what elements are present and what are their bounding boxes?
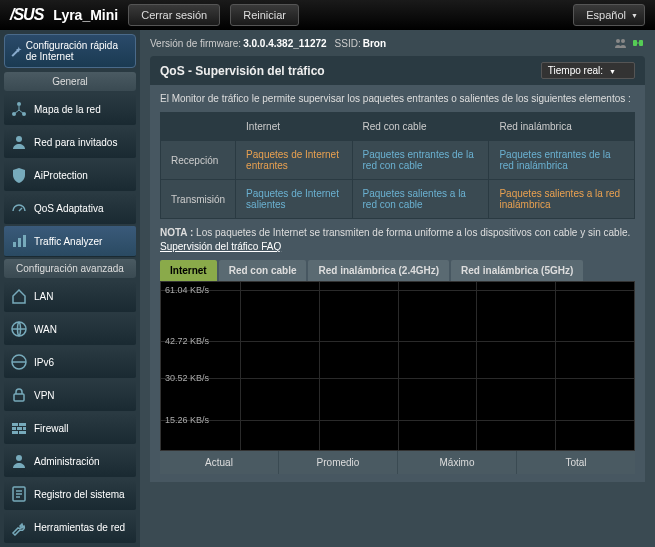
y-tick: 61.04 KB/s [165,285,209,295]
sidebar-item-nettools[interactable]: Herramientas de red [4,512,136,543]
chart-grid: 61.04 KB/s 42.72 KB/s 30.52 KB/s 15.26 K… [161,282,634,450]
stat-max: Máximo [398,451,517,474]
col-wired: Red con cable [352,113,489,141]
sidebar-item-firewall[interactable]: Firewall [4,413,136,444]
chart-icon [10,232,28,250]
quick-setup-button[interactable]: Configuración rápida de Internet [4,34,136,68]
sidebar-item-label: Red para invitados [34,137,117,148]
y-tick: 30.52 KB/s [165,373,209,383]
note-text: NOTA : Los paquetes de Internet se trans… [160,227,635,238]
sidebar-item-label: AiProtection [34,170,88,181]
col-wireless: Red inalámbrica [489,113,635,141]
brand-logo: /SUS [10,6,43,24]
link-wireless-in[interactable]: Paquetes entrantes de la red inalámbrica [499,149,610,171]
sidebar-item-vpn[interactable]: VPN [4,380,136,411]
sidebar-item-label: Firewall [34,423,68,434]
link-wired-out[interactable]: Paquetes salientes a la red con cable [363,188,466,210]
stat-total: Total [517,451,635,474]
svg-rect-6 [23,235,26,247]
sidebar-item-label: IPv6 [34,357,54,368]
reboot-button[interactable]: Reiniciar [230,4,299,26]
svg-rect-11 [19,423,26,426]
qos-panel: QoS - Supervisión del tráfico Tiempo rea… [150,56,645,482]
sidebar-item-admin[interactable]: Administración [4,446,136,477]
link-status-icon[interactable] [631,36,645,50]
svg-rect-21 [633,40,637,46]
traffic-table: Internet Red con cable Red inalámbrica R… [160,112,635,219]
language-select[interactable]: Español [573,4,645,26]
sidebar-item-qos[interactable]: QoS Adaptativa [4,193,136,224]
ipv6-icon [10,353,28,371]
svg-point-19 [616,39,620,43]
sidebar-item-ipv6[interactable]: IPv6 [4,347,136,378]
link-wireless-out[interactable]: Paquetes salientes a la red inalámbrica [499,188,620,210]
sidebar-item-label: VPN [34,390,55,401]
svg-point-17 [16,455,22,461]
guest-icon [10,133,28,151]
svg-rect-12 [12,427,16,430]
shield-icon [10,166,28,184]
quick-setup-label: Configuración rápida de Internet [26,40,130,62]
sidebar-item-network-map[interactable]: Mapa de la red [4,94,136,125]
link-wired-in[interactable]: Paquetes entrantes de la red con cable [363,149,474,171]
stat-average: Promedio [279,451,398,474]
sidebar-item-aiprotection[interactable]: AiProtection [4,160,136,191]
svg-rect-9 [14,394,24,401]
realtime-select[interactable]: Tiempo real: [541,62,635,79]
table-row: Recepción Paquetes de Internet entrantes… [161,141,635,180]
tab-wireless-5[interactable]: Red inalámbrica (5GHz) [451,260,583,281]
svg-rect-10 [12,423,18,426]
svg-rect-5 [18,238,21,247]
y-tick: 42.72 KB/s [165,336,209,346]
globe-icon [10,320,28,338]
main-content: Versión de firmware: 3.0.0.4.382_11272 S… [140,30,655,547]
note-body: Los paquetes de Internet se transmiten d… [196,227,630,238]
sidebar-item-label: Mapa de la red [34,104,101,115]
sidebar-item-label: WAN [34,324,57,335]
sidebar-item-wan[interactable]: WAN [4,314,136,345]
logout-button[interactable]: Cerrar sesión [128,4,220,26]
users-status-icon[interactable] [613,36,627,50]
sidebar-item-label: Administración [34,456,100,467]
firmware-info: Versión de firmware: 3.0.0.4.382_11272 S… [150,36,645,50]
svg-point-3 [16,136,22,142]
link-internet-in[interactable]: Paquetes de Internet entrantes [246,149,339,171]
svg-rect-14 [23,427,26,430]
wand-icon [10,43,22,59]
tab-wireless-24[interactable]: Red inalámbrica (2.4GHz) [308,260,449,281]
panel-title: QoS - Supervisión del tráfico [160,64,325,78]
firewall-icon [10,419,28,437]
sidebar-item-guest-network[interactable]: Red para invitados [4,127,136,158]
sidebar: Configuración rápida de Internet General… [0,30,140,547]
svg-rect-22 [639,40,643,46]
panel-description: El Monitor de tráfico le permite supervi… [160,93,635,104]
faq-link[interactable]: Supervisión del tráfico FAQ [160,241,281,252]
sidebar-item-traffic-analyzer[interactable]: Traffic Analyzer [4,226,136,257]
sidebar-item-label: QoS Adaptativa [34,203,104,214]
sidebar-item-label: Registro del sistema [34,489,125,500]
lock-icon [10,386,28,404]
header-bar: /SUS Lyra_Mini Cerrar sesión Reiniciar E… [0,0,655,30]
firmware-label: Versión de firmware: [150,38,241,49]
log-icon [10,485,28,503]
sidebar-item-lan[interactable]: LAN [4,281,136,312]
chart-tabs: Internet Red con cable Red inalámbrica (… [160,260,635,281]
admin-icon [10,452,28,470]
y-tick: 15.26 KB/s [165,415,209,425]
tab-wired[interactable]: Red con cable [219,260,307,281]
svg-rect-13 [17,427,22,430]
tab-internet[interactable]: Internet [160,260,217,281]
svg-point-0 [17,102,21,106]
sidebar-item-label: Herramientas de red [34,522,125,533]
firmware-version: 3.0.0.4.382_11272 [243,38,326,49]
sidebar-item-label: LAN [34,291,53,302]
svg-point-20 [621,39,625,43]
link-internet-out[interactable]: Paquetes de Internet salientes [246,188,339,210]
model-name: Lyra_Mini [53,7,118,23]
sidebar-item-syslog[interactable]: Registro del sistema [4,479,136,510]
tools-icon [10,518,28,536]
ssid-value: Bron [363,38,386,49]
table-row: Transmisión Paquetes de Internet salient… [161,180,635,219]
gauge-icon [10,199,28,217]
row-reception: Recepción [161,141,236,180]
